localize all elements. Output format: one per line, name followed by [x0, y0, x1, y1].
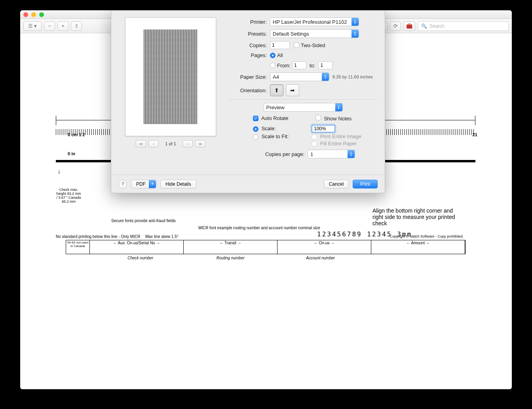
chevron-down-icon: ▼ [149, 180, 156, 188]
search-field[interactable]: 🔍 Search [418, 21, 509, 31]
zone-amount: ← Amount → [371, 240, 465, 254]
pages-to-label: to: [310, 63, 315, 68]
pages-to-field[interactable] [318, 61, 332, 69]
micr-zones: 59-62 not used in Canada ← Aux. On-us/Se… [66, 240, 466, 254]
zone-note: 59-62 not used in Canada [66, 240, 90, 254]
hide-details-button[interactable]: Hide Details [160, 180, 196, 188]
landscape-icon: ➡︎ [290, 87, 295, 93]
section-divider [229, 99, 377, 100]
ruler-in-label: 0 in [68, 151, 75, 156]
micr-sublabels: Check number Routing number Account numb… [95, 256, 456, 260]
rotate-button[interactable]: ⟳ [390, 21, 401, 31]
two-sided-label: Two-Sided [301, 42, 325, 48]
pages-from-label: From: [277, 63, 291, 68]
copies-per-page-label: Copies per page: [249, 151, 304, 157]
auto-rotate-checkbox[interactable]: ✓ [253, 116, 258, 121]
section-value: Preview [266, 105, 285, 110]
ruler-cm-right: 21 [473, 132, 477, 137]
page-indicator: 1 of 1 [165, 141, 176, 146]
print-entire-radio [312, 134, 317, 140]
paper-size-label: Paper Size: [229, 74, 267, 80]
app-section-select[interactable]: Preview [264, 103, 343, 112]
zone-onus: ← On-us → [277, 240, 371, 254]
printer-value: HP LaserJet Professional P1102 [273, 19, 347, 25]
zoom-out-button[interactable]: − [44, 21, 55, 31]
orientation-label: Orientation: [229, 88, 267, 93]
help-button[interactable]: ? [118, 180, 127, 188]
copies-per-page-select[interactable]: 1 [308, 150, 355, 158]
no-print-line: No standard printing below this line - O… [56, 234, 179, 239]
copies-label: Copies: [229, 42, 267, 48]
printer-label: Printer: [229, 19, 267, 25]
scale-field[interactable] [312, 125, 335, 133]
paper-dimensions: 8.26 by 11.69 inches [332, 74, 373, 79]
auto-rotate-label: Auto Rotate [261, 115, 289, 121]
print-button[interactable]: Print [353, 180, 378, 188]
search-icon: 🔍 [421, 23, 427, 29]
pages-from-field[interactable] [292, 61, 306, 69]
orientation-landscape-button[interactable]: ➡︎ [286, 84, 299, 96]
close-window-button[interactable] [23, 12, 28, 17]
edit-toolbar-button[interactable]: 🧰 [403, 21, 415, 31]
zoom-in-button[interactable]: + [57, 21, 68, 31]
preview-thumbnail [144, 30, 198, 124]
pages-from-radio[interactable] [270, 63, 276, 68]
print-preview-page [125, 17, 216, 136]
print-preview-column: ≪ ‹ 1 of 1 › ≫ [119, 17, 222, 171]
minimize-window-button[interactable] [31, 12, 36, 17]
orientation-portrait-button[interactable]: ⬆︎ [270, 84, 283, 96]
paper-size-value: A4 [273, 74, 279, 80]
pdf-menu-button[interactable]: PDF ▼ [131, 180, 156, 188]
ruler-cm-label: 0 cm 1 2 [68, 132, 85, 137]
dialog-footer: ? PDF ▼ Hide Details Cancel Print [111, 175, 385, 193]
sidebar-toggle-button[interactable]: ☰ ▾ [23, 21, 42, 31]
scale-label: Scale: [262, 126, 276, 131]
down-arrow-icon: ↓ [57, 168, 61, 175]
preview-pager: ≪ ‹ 1 of 1 › ≫ [136, 140, 205, 147]
print-dialog: ≪ ‹ 1 of 1 › ≫ Printer: HP LaserJet Prof… [111, 10, 385, 193]
pages-all-radio[interactable] [270, 53, 276, 58]
scale-radio[interactable] [253, 126, 258, 132]
prev-page-button[interactable]: ‹ [148, 140, 159, 147]
pages-label: Pages: [229, 52, 267, 58]
secure-fonts-label: Secure fonts provide anti-fraud fields [111, 219, 176, 223]
next-page-button[interactable]: › [182, 140, 193, 147]
fill-paper-label: Fill Entire Paper [320, 141, 357, 146]
app-window: Gauge.pdf (1 page) ⌄ ☰ ▾ − + ⇧ ✎ ▾ ⟳ 🧰 🔍… [20, 10, 512, 389]
zoom-window-button[interactable] [39, 12, 44, 17]
search-placeholder: Search [429, 23, 445, 29]
print-options: Printer: HP LaserJet Professional P1102 … [229, 17, 377, 171]
paper-size-select[interactable]: A4 [270, 72, 329, 81]
first-page-button[interactable]: ≪ [136, 140, 146, 147]
zone-aux: ← Aux. On-us/Serial No → [90, 240, 184, 254]
last-page-button[interactable]: ≫ [195, 140, 205, 147]
print-entire-label: Print Entire Image [320, 133, 361, 139]
cancel-button[interactable]: Cancel [324, 180, 349, 188]
pages-all-label: All [277, 52, 283, 58]
pdf-label: PDF [136, 181, 146, 187]
micr-caption: MICR font example routing number and acc… [198, 226, 320, 230]
copyright-label: Copyright © Match Software - Copy prohib… [390, 234, 464, 238]
presets-select[interactable]: Default Settings [270, 29, 359, 38]
window-controls [23, 12, 44, 17]
copies-field[interactable] [270, 41, 290, 49]
two-sided-checkbox[interactable] [294, 42, 299, 48]
show-notes-checkbox[interactable] [315, 115, 321, 120]
scale-to-fit-label: Scale to Fit: [262, 133, 289, 139]
show-notes-label: Show Notes [324, 116, 352, 122]
share-button[interactable]: ⇧ [71, 21, 82, 31]
fill-paper-radio [312, 141, 317, 146]
portrait-icon: ⬆︎ [274, 87, 279, 93]
presets-value: Default Settings [273, 31, 309, 37]
align-instruction: Align the bottom right corner and right … [372, 207, 464, 226]
copies-per-page-value: 1 [310, 151, 313, 157]
printer-select[interactable]: HP LaserJet Professional P1102 [270, 17, 359, 26]
check-max-label: Check max. height 93.2 mm / 3.67 " Canad… [56, 188, 82, 204]
presets-label: Presets: [229, 31, 267, 37]
scale-to-fit-radio[interactable] [253, 134, 258, 140]
zone-transit: ← Transit → [184, 240, 277, 254]
